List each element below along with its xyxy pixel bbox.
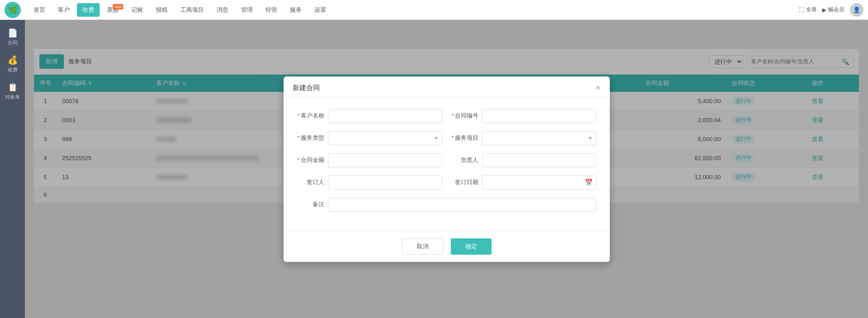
form-row-3: 合同金额 0.00 负责人: [297, 153, 596, 167]
contract-amount-input[interactable]: 0.00: [328, 153, 442, 167]
signer-label: 签订人: [297, 178, 324, 186]
modal-overlay: 新建合同 × 客户名称 合同编号 服务类型: [25, 20, 868, 318]
app-logo: 🌿: [5, 2, 21, 18]
avatar-icon: 👤: [853, 6, 860, 13]
notes-label: 备注: [297, 200, 324, 209]
nav-invoice[interactable]: 票据 new: [101, 3, 124, 17]
service-item-label: 服务项目: [451, 134, 478, 142]
top-navigation: 🌿 首页 客户 收费 票据 new 记账 报税 工商项目 消息 管理 经营 服务…: [0, 0, 868, 20]
member-button[interactable]: ▶ 畅会员: [822, 6, 844, 14]
nav-settings[interactable]: 设置: [309, 3, 332, 17]
nav-admin[interactable]: 管理: [236, 3, 258, 17]
contract-amount-field: 合同金额 0.00: [297, 153, 442, 167]
nav-business[interactable]: 工商项目: [175, 3, 209, 17]
sign-date-input[interactable]: 2023-06-06: [482, 176, 596, 190]
nav-home[interactable]: 首页: [28, 3, 51, 17]
customer-name-label: 客户名称: [297, 112, 324, 120]
responsible-input[interactable]: [482, 153, 596, 167]
modal-footer: 取消 确定: [284, 231, 610, 262]
sidebar-item-reconciliation-label: 对账单: [5, 94, 20, 100]
sidebar: 📄 合同 💰 收费 📋 对账单: [0, 20, 25, 318]
nav-message[interactable]: 消息: [211, 3, 234, 17]
sidebar-item-contract-label: 合同: [8, 39, 18, 46]
customer-name-input[interactable]: [328, 109, 442, 123]
form-row-1: 客户名称 合同编号: [297, 109, 596, 123]
form-row-2: 服务类型 服务项目: [297, 131, 596, 145]
reconciliation-icon: 📋: [8, 82, 18, 92]
service-type-select[interactable]: [328, 131, 442, 145]
sign-date-field: 签订日期 2023-06-06 📅: [451, 176, 596, 190]
sidebar-item-billing[interactable]: 💰 收费: [1, 52, 24, 77]
play-icon: ▶: [822, 7, 826, 13]
nav-billing[interactable]: 收费: [77, 3, 100, 17]
logo-icon: 🌿: [8, 5, 18, 15]
confirm-button[interactable]: 确定: [451, 238, 492, 255]
service-type-label: 服务类型: [297, 134, 324, 142]
user-avatar[interactable]: 👤: [850, 3, 863, 17]
service-item-select[interactable]: [482, 131, 596, 145]
contract-icon: 📄: [8, 28, 18, 38]
modal-body: 客户名称 合同编号 服务类型: [284, 98, 610, 231]
contract-number-label: 合同编号: [451, 112, 478, 120]
service-item-field: 服务项目: [451, 131, 596, 145]
new-contract-modal: 新建合同 × 客户名称 合同编号 服务类型: [284, 76, 610, 262]
signer-field: 签订人: [297, 176, 442, 190]
modal-title: 新建合同: [293, 84, 320, 92]
service-type-field: 服务类型: [297, 131, 442, 145]
sidebar-item-contract[interactable]: 📄 合同: [1, 24, 24, 50]
cancel-button[interactable]: 取消: [402, 238, 444, 255]
responsible-field: 负责人: [451, 153, 596, 167]
contract-amount-label: 合同金额: [297, 156, 324, 164]
modal-close-button[interactable]: ×: [596, 84, 601, 92]
form-row-5: 备注: [297, 198, 596, 212]
nav-customer[interactable]: 客户: [53, 3, 75, 17]
billing-icon: 💰: [8, 55, 18, 65]
contract-number-field: 合同编号: [451, 109, 596, 123]
form-row-4: 签订人 签订日期 2023-06-06 📅: [297, 176, 596, 190]
nav-tax[interactable]: 报税: [150, 3, 173, 17]
contract-number-input[interactable]: [482, 109, 596, 123]
service-type-select-wrap: [328, 131, 442, 145]
notes-input[interactable]: [328, 198, 596, 212]
sidebar-item-billing-label: 收费: [8, 66, 18, 73]
sidebar-item-reconciliation[interactable]: 📋 对账单: [1, 79, 24, 104]
signer-input[interactable]: [328, 176, 442, 190]
sign-date-wrap: 2023-06-06 📅: [482, 176, 596, 190]
fullscreen-icon: ⛶: [799, 7, 804, 13]
calendar-icon: 📅: [585, 179, 593, 186]
nav-operation[interactable]: 经营: [260, 3, 283, 17]
responsible-label: 负责人: [451, 156, 478, 164]
service-item-select-wrap: [482, 131, 596, 145]
notes-field: 备注: [297, 198, 596, 212]
customer-name-field: 客户名称: [297, 109, 442, 123]
sign-date-label: 签订日期: [451, 178, 478, 186]
nav-right-area: ⛶ 全屏 ▶ 畅会员 👤: [799, 3, 863, 17]
modal-header: 新建合同 ×: [284, 76, 610, 98]
new-badge: new: [113, 4, 123, 9]
nav-menu: 首页 客户 收费 票据 new 记账 报税 工商项目 消息 管理 经营 服务 设…: [28, 3, 799, 17]
fullscreen-button[interactable]: ⛶ 全屏: [799, 6, 817, 14]
nav-accounting[interactable]: 记账: [126, 3, 149, 17]
nav-service[interactable]: 服务: [285, 3, 307, 17]
